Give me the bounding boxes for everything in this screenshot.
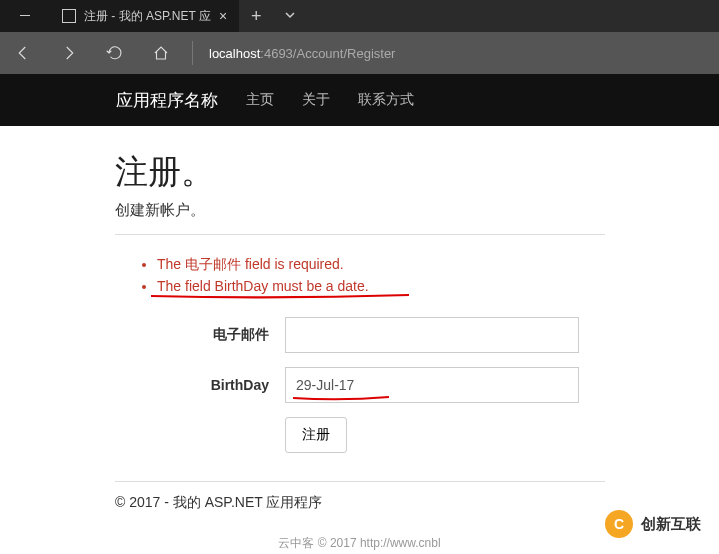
site-navbar: 应用程序名称 主页 关于 联系方式 <box>0 74 719 126</box>
nav-link-home[interactable]: 主页 <box>246 91 274 109</box>
page-icon <box>62 9 76 23</box>
forward-arrow-icon <box>60 44 78 62</box>
error-email-required: The 电子邮件 field is required. <box>157 253 719 275</box>
form-row-email: 电子邮件 <box>115 317 719 353</box>
home-icon <box>152 44 170 62</box>
validation-summary: The 电子邮件 field is required. The field Bi… <box>143 253 719 297</box>
home-button[interactable] <box>142 34 180 72</box>
browser-navbar: localhost:4693/Account/Register <box>0 32 719 74</box>
browser-tab-active[interactable]: 注册 - 我的 ASP.NET 应 × <box>50 0 239 32</box>
page-title: 注册。 <box>115 150 719 195</box>
address-path: :4693/Account/Register <box>260 46 395 61</box>
close-icon[interactable]: × <box>219 8 227 24</box>
address-bar[interactable]: localhost:4693/Account/Register <box>205 46 715 61</box>
annotation-underline-icon <box>149 293 411 299</box>
minimize-icon <box>20 11 30 21</box>
watermark-logo-icon: C <box>605 510 633 538</box>
birthday-label: BirthDay <box>115 377 285 393</box>
back-button[interactable] <box>4 34 42 72</box>
refresh-button[interactable] <box>96 34 134 72</box>
nav-divider <box>192 41 193 65</box>
browser-titlebar: 注册 - 我的 ASP.NET 应 × + <box>0 0 719 32</box>
register-button[interactable]: 注册 <box>285 417 347 453</box>
address-host: localhost <box>209 46 260 61</box>
divider <box>115 234 605 235</box>
forward-button[interactable] <box>50 34 88 72</box>
watermark-text: 创新互联 <box>641 515 701 534</box>
window-controls[interactable] <box>0 0 50 32</box>
refresh-icon <box>106 44 124 62</box>
brand-title[interactable]: 应用程序名称 <box>116 89 218 112</box>
nav-link-about[interactable]: 关于 <box>302 91 330 109</box>
email-label: 电子邮件 <box>115 326 285 344</box>
tabs-dropdown-icon[interactable] <box>274 7 306 25</box>
page-subtitle: 创建新帐户。 <box>115 201 719 220</box>
svg-rect-0 <box>20 15 30 16</box>
email-field[interactable] <box>285 317 579 353</box>
back-arrow-icon <box>14 44 32 62</box>
watermark: C 创新互联 <box>605 510 701 538</box>
form-row-birthday: BirthDay <box>115 367 719 403</box>
tab-title: 注册 - 我的 ASP.NET 应 <box>84 8 211 25</box>
page-content: 注册。 创建新帐户。 The 电子邮件 field is required. T… <box>0 126 719 512</box>
nav-link-contact[interactable]: 联系方式 <box>358 91 414 109</box>
new-tab-button[interactable]: + <box>239 6 274 27</box>
footer-divider <box>115 481 605 482</box>
submit-row: 注册 <box>285 417 719 453</box>
annotation-underline-icon <box>291 396 391 401</box>
